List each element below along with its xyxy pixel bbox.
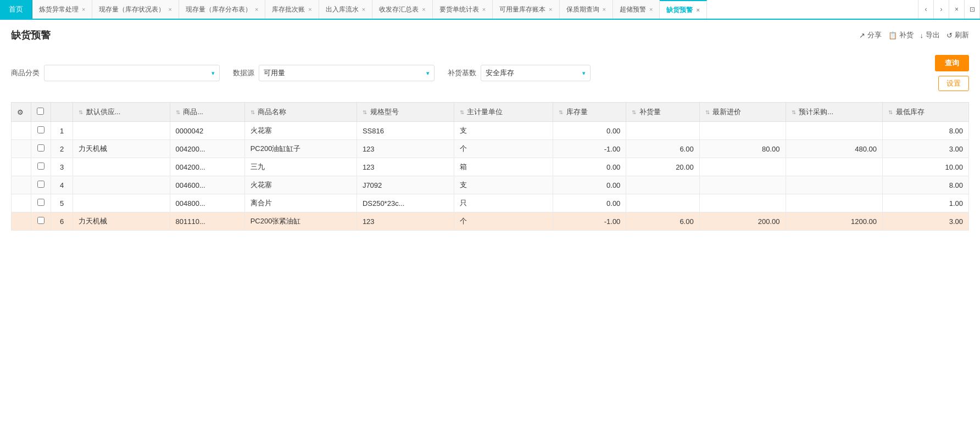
tab-close-9[interactable]: × xyxy=(603,6,606,13)
col-header-est-purchase[interactable]: ⇅ 预计采购... xyxy=(786,103,883,122)
filter-area: 商品分类 ▾ 数据源 可用量 ▾ 补货基数 安全库存 ▾ 查询 设置 xyxy=(11,51,969,96)
gear-icon: ⚙ xyxy=(17,108,24,116)
sort-icon-latest-price: ⇅ xyxy=(705,109,710,115)
row-check-1[interactable] xyxy=(31,140,51,158)
refresh-button[interactable]: ↺ 刷新 xyxy=(946,30,969,40)
col-header-name[interactable]: ⇅ 商品名称 xyxy=(244,103,357,122)
filter-right-actions: 查询 设置 xyxy=(935,55,969,91)
row-checkbox-2[interactable] xyxy=(37,163,44,170)
tab-close-7[interactable]: × xyxy=(482,6,486,13)
row-spec-3: J7092 xyxy=(357,176,454,194)
tab-close-8[interactable]: × xyxy=(549,6,552,13)
tab-close-4[interactable]: × xyxy=(308,6,311,13)
tab-item-11[interactable]: 缺货预警 × xyxy=(660,0,706,19)
tab-next-btn[interactable]: › xyxy=(934,0,949,19)
tab-close-11[interactable]: × xyxy=(696,7,699,13)
tab-item-9[interactable]: 保质期查询 × xyxy=(560,0,613,19)
category-filter: 商品分类 ▾ xyxy=(11,65,220,81)
col-header-supplier[interactable]: ⇅ 默认供应... xyxy=(73,103,170,122)
row-num-5: 6 xyxy=(51,212,73,231)
replenish-label: 补货 xyxy=(899,30,914,40)
replenish-button[interactable]: 📋 补货 xyxy=(888,30,914,40)
tab-item-8[interactable]: 可用量库存账本 × xyxy=(493,0,559,19)
row-stock-2: 0.00 xyxy=(553,158,626,176)
tab-item-7[interactable]: 要货单统计表 × xyxy=(433,0,493,19)
tab-close-2[interactable]: × xyxy=(168,6,171,13)
col-header-unit[interactable]: ⇅ 主计量单位 xyxy=(454,103,553,122)
row-checkbox-5[interactable] xyxy=(37,217,44,224)
row-min-stock-5: 3.00 xyxy=(883,212,969,231)
tab-item-4[interactable]: 库存批次账 × xyxy=(265,0,319,19)
col-header-spec[interactable]: ⇅ 规格型号 xyxy=(357,103,454,122)
row-check-4[interactable] xyxy=(31,194,51,212)
share-button[interactable]: ↗ 分享 xyxy=(859,30,882,40)
tab-item-10[interactable]: 超储预警 × xyxy=(613,0,660,19)
row-spec-4: DS250*23c... xyxy=(357,194,454,212)
table-body: 1 0000042 火花塞 SS816 支 0.00 8.00 2 力天机械 0… xyxy=(12,122,969,231)
export-label: 导出 xyxy=(926,30,940,40)
select-all-checkbox[interactable] xyxy=(37,108,44,115)
row-supplier-5: 力天机械 xyxy=(73,212,170,231)
tab-close-5[interactable]: × xyxy=(362,6,365,13)
tab-prev-btn[interactable]: ‹ xyxy=(918,0,934,19)
tab-close-1[interactable]: × xyxy=(82,6,85,13)
col-header-settings[interactable]: ⚙ xyxy=(12,103,31,122)
sort-icon-est-purchase: ⇅ xyxy=(792,109,796,115)
row-checkbox-3[interactable] xyxy=(37,181,44,188)
row-min-stock-1: 3.00 xyxy=(883,140,969,158)
tab-item-1[interactable]: 炼货异常处理 × xyxy=(32,0,92,19)
row-stock-3: 0.00 xyxy=(553,176,626,194)
settings-button[interactable]: 设置 xyxy=(938,76,969,91)
col-header-min-stock[interactable]: ⇅ 最低库存 xyxy=(883,103,969,122)
tab-close-all-btn[interactable]: × xyxy=(949,0,965,19)
query-button[interactable]: 查询 xyxy=(935,55,969,71)
replenish-base-select[interactable]: 安全库存 ▾ xyxy=(481,65,591,81)
tab-item-3[interactable]: 现存量（库存分布表） × xyxy=(179,0,265,19)
row-supplier-3 xyxy=(73,176,170,194)
col-header-check[interactable] xyxy=(31,103,51,122)
row-spec-0: SS816 xyxy=(357,122,454,140)
row-stock-0: 0.00 xyxy=(553,122,626,140)
row-check-2[interactable] xyxy=(31,158,51,176)
tab-maxrestore-btn[interactable]: ⊡ xyxy=(965,0,980,19)
col-header-latest-price[interactable]: ⇅ 最新进价 xyxy=(699,103,786,122)
table-row: 4 004600... 火花塞 J7092 支 0.00 8.00 xyxy=(12,176,969,194)
row-name-3: 火花塞 xyxy=(244,176,357,194)
col-header-code[interactable]: ⇅ 商品... xyxy=(170,103,244,122)
tab-label-1: 炼货异常处理 xyxy=(39,5,79,14)
tab-item-6[interactable]: 收发存汇总表 × xyxy=(372,0,432,19)
sort-icon-code: ⇅ xyxy=(176,109,180,115)
tab-close-10[interactable]: × xyxy=(649,6,653,13)
row-min-stock-4: 1.00 xyxy=(883,194,969,212)
row-checkbox-1[interactable] xyxy=(37,144,44,152)
row-settings-3 xyxy=(12,176,31,194)
tab-home[interactable]: 首页 xyxy=(0,0,32,19)
tab-close-3[interactable]: × xyxy=(255,6,258,13)
tab-label-10: 超储预警 xyxy=(620,5,646,14)
row-checkbox-0[interactable] xyxy=(37,126,44,133)
row-code-4: 004800... xyxy=(170,194,244,212)
replenish-base-value: 安全库存 xyxy=(486,68,514,78)
sort-icon-spec: ⇅ xyxy=(363,109,367,115)
row-checkbox-4[interactable] xyxy=(37,199,44,206)
row-num-2: 3 xyxy=(51,158,73,176)
tab-close-6[interactable]: × xyxy=(422,6,425,13)
sort-icon-replenish: ⇅ xyxy=(632,109,636,115)
tab-item-5[interactable]: 出入库流水 × xyxy=(319,0,372,19)
row-check-5[interactable] xyxy=(31,212,51,231)
row-min-stock-2: 10.00 xyxy=(883,158,969,176)
row-unit-3: 支 xyxy=(454,176,553,194)
col-header-stock[interactable]: ⇅ 库存量 xyxy=(553,103,626,122)
row-supplier-0 xyxy=(73,122,170,140)
col-header-replenish[interactable]: ⇅ 补货量 xyxy=(626,103,699,122)
row-unit-4: 只 xyxy=(454,194,553,212)
export-button[interactable]: ↓ 导出 xyxy=(920,30,940,40)
category-select[interactable]: ▾ xyxy=(44,65,220,81)
row-unit-0: 支 xyxy=(454,122,553,140)
category-chevron-icon: ▾ xyxy=(211,70,215,77)
tab-label-4: 库存批次账 xyxy=(272,5,305,14)
tab-item-2[interactable]: 现存量（库存状况表） × xyxy=(92,0,179,19)
row-check-0[interactable] xyxy=(31,122,51,140)
datasource-select[interactable]: 可用量 ▾ xyxy=(259,65,435,81)
row-check-3[interactable] xyxy=(31,176,51,194)
